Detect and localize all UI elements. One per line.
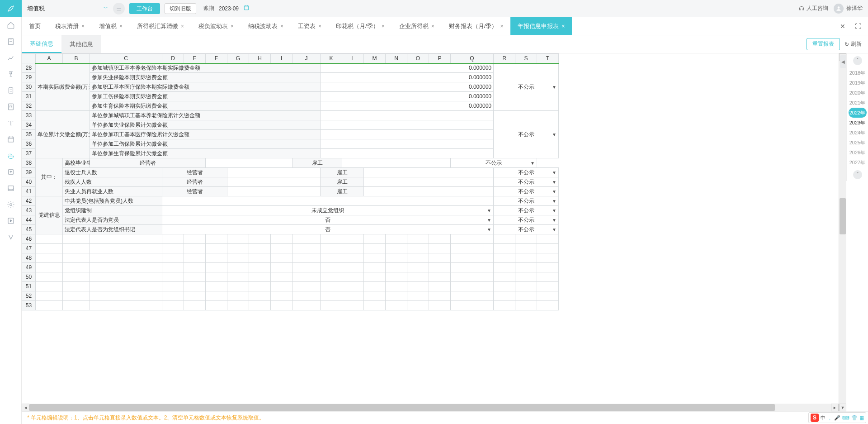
cell[interactable] bbox=[386, 234, 407, 244]
vertical-scrollbar[interactable]: ▲ ▼ bbox=[839, 53, 846, 411]
tax-type-dropdown[interactable]: 增值税 ﹀ bbox=[27, 5, 108, 13]
cell[interactable] bbox=[342, 111, 494, 120]
cell[interactable] bbox=[206, 291, 227, 301]
cell[interactable] bbox=[206, 253, 227, 263]
cell[interactable] bbox=[162, 291, 184, 301]
tab-item[interactable]: 税负波动表× bbox=[191, 17, 241, 35]
cell[interactable] bbox=[364, 244, 386, 253]
column-header[interactable]: O bbox=[407, 54, 429, 63]
scroll-down-arrow-icon[interactable]: ▼ bbox=[839, 404, 846, 411]
cell[interactable]: 其中： bbox=[36, 158, 63, 196]
cell[interactable]: 单位参加生育保险累计欠缴金额 bbox=[90, 149, 321, 158]
cell[interactable]: 雇工 bbox=[292, 158, 342, 168]
ime-punct[interactable]: ， bbox=[827, 414, 832, 421]
cell[interactable] bbox=[249, 253, 271, 263]
spreadsheet-grid[interactable]: ABCDEFGHIJKLMNOPQRST 28本期实际缴费金额(万元)参加城镇职… bbox=[22, 53, 559, 310]
cell[interactable] bbox=[321, 111, 342, 120]
tab-item[interactable]: 首页 bbox=[22, 17, 48, 35]
cell[interactable] bbox=[407, 253, 429, 263]
cell[interactable] bbox=[162, 196, 494, 206]
cell[interactable] bbox=[515, 244, 537, 253]
cell[interactable] bbox=[451, 244, 494, 253]
cell[interactable] bbox=[451, 272, 494, 282]
cell[interactable] bbox=[227, 234, 249, 244]
cell[interactable] bbox=[342, 130, 494, 139]
tab-item[interactable]: 财务报表（月/季）× bbox=[442, 17, 511, 35]
scroll-left-arrow-icon[interactable]: ◄ bbox=[22, 404, 29, 411]
column-header[interactable]: P bbox=[429, 54, 451, 63]
cell[interactable] bbox=[206, 263, 227, 272]
vscroll-thumb[interactable] bbox=[840, 198, 846, 234]
cell[interactable] bbox=[90, 282, 162, 291]
column-header[interactable]: I bbox=[271, 54, 292, 63]
cell[interactable] bbox=[364, 187, 494, 196]
cell[interactable] bbox=[184, 272, 206, 282]
row-header[interactable]: 51 bbox=[22, 282, 36, 291]
cell[interactable] bbox=[342, 234, 364, 244]
cell[interactable] bbox=[271, 272, 292, 282]
row-header[interactable]: 49 bbox=[22, 263, 36, 272]
tab-close-icon[interactable]: × bbox=[181, 23, 184, 29]
cell[interactable] bbox=[292, 291, 321, 301]
cell[interactable] bbox=[227, 263, 249, 272]
cell[interactable] bbox=[321, 139, 342, 149]
year-pill[interactable]: 2026年 bbox=[849, 148, 867, 157]
cell[interactable] bbox=[429, 244, 451, 253]
row-header[interactable]: 40 bbox=[22, 177, 36, 187]
row-header[interactable]: 29 bbox=[22, 73, 36, 82]
workspace-button[interactable]: 工作台 bbox=[129, 3, 160, 14]
tab-close-icon[interactable]: × bbox=[81, 23, 85, 29]
year-pill[interactable]: 2018年 bbox=[849, 68, 867, 78]
cell[interactable] bbox=[227, 177, 321, 187]
cell[interactable] bbox=[63, 272, 90, 282]
ime-mic-icon[interactable]: 🎤 bbox=[834, 415, 840, 421]
column-header[interactable]: N bbox=[386, 54, 407, 63]
cell[interactable] bbox=[364, 301, 386, 310]
year-pill[interactable]: 2024年 bbox=[849, 128, 867, 138]
cell[interactable] bbox=[342, 282, 364, 291]
cell[interactable]: 不公示▼ bbox=[494, 187, 559, 196]
cell[interactable]: 雇工 bbox=[321, 168, 364, 177]
cell[interactable] bbox=[342, 158, 451, 168]
row-header[interactable]: 31 bbox=[22, 92, 36, 101]
cell[interactable] bbox=[292, 244, 321, 253]
cell[interactable] bbox=[342, 263, 364, 272]
nav-calc-icon[interactable] bbox=[0, 99, 22, 115]
cell[interactable] bbox=[321, 244, 342, 253]
cell[interactable]: 不公示▼ bbox=[494, 225, 559, 234]
year-nav-down-icon[interactable]: ˅ bbox=[853, 170, 862, 179]
cell[interactable]: 单位参加城镇职工基本养老保险累计欠缴金额 bbox=[90, 111, 321, 120]
cell[interactable]: 不公示▼ bbox=[451, 158, 537, 168]
cell[interactable] bbox=[494, 272, 515, 282]
cell[interactable] bbox=[407, 272, 429, 282]
year-pill[interactable]: 2027年 bbox=[849, 157, 867, 167]
switch-old-button[interactable]: 切到旧版 bbox=[165, 3, 196, 14]
ime-toolbar[interactable]: S 中 ， 🎤 ⌨ 👕 ▦ bbox=[808, 412, 866, 423]
cell[interactable] bbox=[206, 282, 227, 291]
cell[interactable] bbox=[292, 234, 321, 244]
year-pill[interactable]: 2019年 bbox=[849, 78, 867, 88]
nav-settings-icon[interactable] bbox=[0, 196, 22, 213]
subtab-basic-info[interactable]: 基础信息 bbox=[22, 35, 61, 53]
cell[interactable] bbox=[321, 101, 342, 111]
cell[interactable] bbox=[342, 272, 364, 282]
cell[interactable] bbox=[451, 234, 494, 244]
nav-v-icon[interactable] bbox=[0, 229, 22, 245]
cell[interactable] bbox=[63, 253, 90, 263]
nav-home-icon[interactable] bbox=[0, 17, 22, 33]
nav-clipboard-icon[interactable] bbox=[0, 82, 22, 99]
cell[interactable] bbox=[36, 291, 63, 301]
cell[interactable] bbox=[249, 263, 271, 272]
row-header[interactable]: 45 bbox=[22, 225, 36, 234]
cell[interactable] bbox=[451, 263, 494, 272]
cell[interactable]: 0.000000 bbox=[342, 73, 494, 82]
cell[interactable] bbox=[321, 73, 342, 82]
row-header[interactable]: 46 bbox=[22, 234, 36, 244]
cell[interactable] bbox=[162, 282, 184, 291]
cell[interactable] bbox=[515, 234, 537, 244]
row-header[interactable]: 30 bbox=[22, 82, 36, 92]
cell[interactable] bbox=[342, 253, 364, 263]
cell[interactable] bbox=[90, 253, 162, 263]
cell[interactable]: 法定代表人是否为党组织书记 bbox=[63, 225, 162, 234]
cell[interactable] bbox=[227, 282, 249, 291]
